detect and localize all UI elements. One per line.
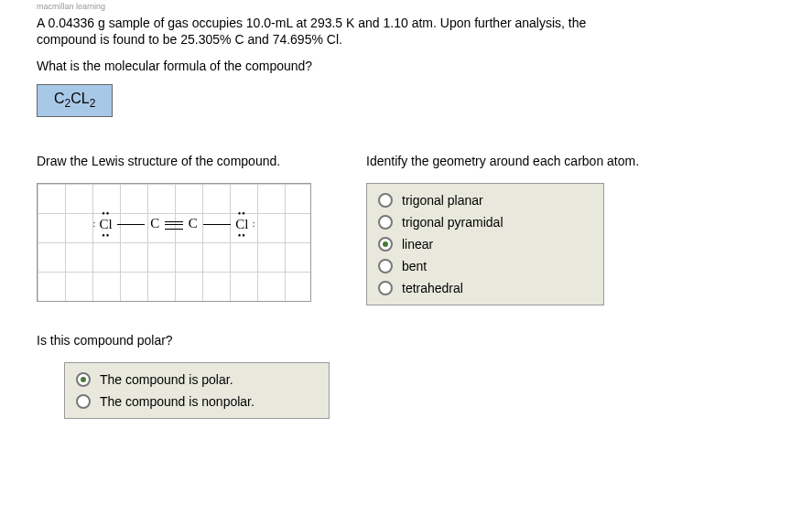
radio-button[interactable]: [378, 193, 393, 208]
triple-bond-icon: [165, 224, 183, 225]
geometry-option[interactable]: trigonal planar: [376, 189, 594, 211]
lone-pair-icon: ••: [238, 230, 246, 241]
lone-pair-icon: ••: [102, 230, 110, 241]
geometry-option-label: tetrahedral: [402, 281, 463, 295]
lone-pair-icon: :: [253, 222, 255, 226]
lone-pair-icon: ••: [102, 209, 110, 219]
lewis-structure: : •• •• Cl C C : •• •• Cl: [38, 216, 310, 232]
lewis-grid: [38, 184, 310, 301]
geometry-option[interactable]: linear: [376, 233, 594, 255]
geometry-option-label: trigonal planar: [402, 193, 483, 208]
atom-c-right: C: [189, 216, 198, 230]
polarity-option-label: The compound is nonpolar.: [100, 394, 254, 409]
problem-line2: compound is found to be 25.305% C and 74…: [37, 32, 342, 47]
geometry-option-label: trigonal pyramidal: [402, 215, 503, 230]
atom-cl-right: : •• •• Cl: [235, 217, 248, 232]
single-bond-icon: [203, 224, 231, 225]
geometry-option-label: bent: [402, 259, 427, 273]
radio-button[interactable]: [76, 372, 91, 387]
polarity-option-label: The compound is polar.: [100, 372, 233, 387]
radio-button[interactable]: [378, 215, 393, 230]
polarity-option[interactable]: The compound is nonpolar.: [74, 391, 319, 412]
lewis-structure-canvas[interactable]: : •• •• Cl C C : •• •• Cl: [37, 183, 311, 302]
atom-cl-left: : •• •• Cl: [100, 217, 113, 232]
radio-button[interactable]: [378, 237, 393, 252]
radio-button[interactable]: [378, 281, 393, 295]
geometry-options: trigonal planartrigonal pyramidallinearb…: [366, 183, 604, 305]
geometry-option[interactable]: bent: [376, 255, 594, 277]
single-bond-icon: [117, 224, 145, 225]
radio-button[interactable]: [76, 394, 91, 409]
radio-button[interactable]: [378, 259, 393, 273]
problem-statement: A 0.04336 g sample of gas occupies 10.0-…: [37, 15, 775, 48]
lone-pair-icon: ••: [238, 209, 246, 219]
geometry-option[interactable]: trigonal pyramidal: [376, 211, 594, 233]
geometry-section-label: Identify the geometry around each carbon…: [366, 154, 639, 168]
polarity-option[interactable]: The compound is polar.: [74, 369, 319, 391]
lone-pair-icon: :: [93, 222, 96, 226]
geometry-option[interactable]: tetrahedral: [376, 277, 594, 299]
geometry-option-label: linear: [402, 237, 433, 252]
lewis-section-label: Draw the Lewis structure of the compound…: [37, 154, 311, 168]
atom-c-left: C: [150, 216, 159, 230]
question-text: What is the molecular formula of the com…: [37, 59, 775, 73]
formula-answer-box[interactable]: C2CL2: [37, 84, 113, 116]
problem-line1: A 0.04336 g sample of gas occupies 10.0-…: [37, 16, 586, 30]
polarity-options: The compound is polar.The compound is no…: [64, 362, 330, 419]
header-fragment: macmillan learning: [37, 2, 105, 11]
cl-label: Cl: [100, 217, 113, 231]
formula-value: C2CL2: [54, 91, 95, 106]
cl-label: Cl: [235, 217, 248, 231]
polarity-section-label: Is this compound polar?: [37, 333, 775, 348]
